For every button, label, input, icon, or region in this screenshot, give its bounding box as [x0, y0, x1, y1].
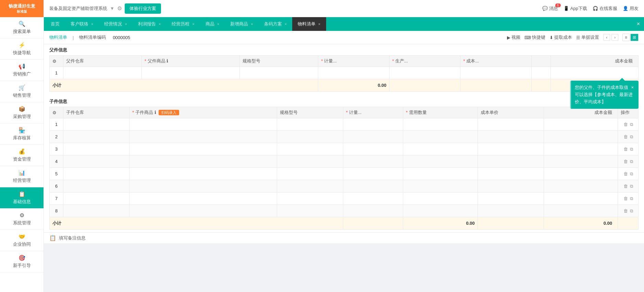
- delete-icon[interactable]: 🗑: [623, 208, 628, 214]
- sidebar-item-inventory[interactable]: 🏪 库存核算: [0, 124, 44, 145]
- view-action[interactable]: ▶ 视频: [507, 34, 520, 40]
- copy-icon[interactable]: ⧉: [630, 171, 633, 177]
- sidebar-item-guide[interactable]: 🎯 新手引导: [0, 251, 44, 272]
- child-unit-cell[interactable]: [343, 143, 403, 155]
- parent-goods-cell[interactable]: [142, 67, 240, 79]
- tab-close-icon[interactable]: ×: [125, 22, 127, 26]
- extract-cost-action[interactable]: ⬇ 提取成本: [549, 34, 572, 40]
- parent-unit-cell[interactable]: [318, 67, 389, 79]
- tab-barcode[interactable]: 条码方案 ×: [259, 17, 292, 31]
- child-unit-cell[interactable]: [343, 155, 403, 168]
- delete-icon[interactable]: 🗑: [623, 171, 628, 177]
- sidebar-item-search[interactable]: 🔍 搜索菜单: [0, 17, 44, 38]
- user-button[interactable]: 👤 用友: [623, 5, 639, 12]
- child-unit-cell[interactable]: [343, 118, 403, 131]
- child-goods-cell[interactable]: [129, 155, 277, 168]
- delete-icon[interactable]: 🗑: [623, 184, 628, 189]
- delete-icon[interactable]: 🗑: [623, 159, 628, 164]
- copy-icon[interactable]: ⧉: [630, 122, 633, 127]
- parent-cost-cell[interactable]: [460, 67, 532, 79]
- child-warehouse-cell[interactable]: [63, 192, 129, 205]
- child-goods-cell[interactable]: [129, 118, 277, 131]
- child-spec-cell[interactable]: [277, 205, 343, 217]
- next-arrow[interactable]: ›: [611, 34, 618, 41]
- th-child-settings[interactable]: ⚙: [50, 107, 63, 118]
- prev-arrow[interactable]: ‹: [603, 34, 610, 41]
- settings-icon[interactable]: ⚙: [117, 5, 122, 12]
- child-unit-cell[interactable]: [343, 192, 403, 205]
- child-goods-cell[interactable]: [129, 192, 277, 205]
- child-goods-cell[interactable]: [129, 143, 277, 155]
- tooltip-close-button[interactable]: ×: [631, 84, 634, 91]
- child-warehouse-cell[interactable]: [63, 131, 129, 143]
- child-qty-cell[interactable]: [403, 168, 478, 180]
- child-unit-cost-cell[interactable]: [478, 118, 544, 131]
- child-goods-cell[interactable]: [129, 131, 277, 143]
- child-unit-cell[interactable]: [343, 168, 403, 180]
- child-spec-cell[interactable]: [277, 143, 343, 155]
- tab-close-icon[interactable]: ×: [192, 22, 194, 26]
- sidebar-item-purchase[interactable]: 📦 采购管理: [0, 102, 44, 124]
- child-warehouse-cell[interactable]: [63, 143, 129, 155]
- copy-icon[interactable]: ⧉: [630, 208, 633, 214]
- tab-close-icon[interactable]: ×: [217, 22, 219, 26]
- child-unit-cost-cell[interactable]: [478, 155, 544, 168]
- child-qty-cell[interactable]: [403, 118, 478, 131]
- trial-button[interactable]: 体验行业方案: [125, 3, 161, 14]
- child-goods-cell[interactable]: [129, 205, 277, 217]
- delete-icon[interactable]: 🗑: [623, 122, 628, 127]
- sidebar-item-collab[interactable]: 🤝 企业协同: [0, 230, 44, 251]
- th-settings[interactable]: ⚙: [50, 56, 63, 67]
- close-all-tabs-button[interactable]: ×: [634, 21, 643, 27]
- child-warehouse-cell[interactable]: [63, 180, 129, 192]
- tab-close-icon[interactable]: ×: [285, 22, 287, 26]
- grid-view-button[interactable]: ⊞: [630, 34, 639, 41]
- tab-goods[interactable]: 商品 ×: [200, 17, 225, 31]
- shortcut-action[interactable]: ⌨ 快捷键: [524, 34, 545, 40]
- sidebar-item-system[interactable]: ⚙ 系统管理: [0, 209, 44, 230]
- child-spec-cell[interactable]: [277, 131, 343, 143]
- child-warehouse-cell[interactable]: [63, 155, 129, 168]
- child-unit-cost-cell[interactable]: [478, 205, 544, 217]
- sidebar-item-quicknav[interactable]: ⚡ 快捷导航: [0, 38, 44, 60]
- tab-close-icon[interactable]: ×: [318, 22, 320, 26]
- child-spec-cell[interactable]: [277, 192, 343, 205]
- tab-close-icon[interactable]: ×: [251, 22, 253, 26]
- scan-button[interactable]: 扫码录入: [159, 110, 179, 115]
- parent-warehouse-cell[interactable]: [63, 67, 142, 79]
- app-download-button[interactable]: 📱 App下载: [564, 5, 587, 12]
- child-warehouse-cell[interactable]: [63, 205, 129, 217]
- tab-operations[interactable]: 经营情况 ×: [99, 17, 132, 31]
- child-unit-cell[interactable]: [343, 205, 403, 217]
- child-warehouse-cell[interactable]: [63, 118, 129, 131]
- child-goods-cell[interactable]: [129, 168, 277, 180]
- sidebar-item-marketing[interactable]: 📢 营销推广: [0, 60, 44, 81]
- delete-icon[interactable]: 🗑: [623, 134, 628, 140]
- child-qty-cell[interactable]: [403, 143, 478, 155]
- tab-history[interactable]: 经营历程 ×: [166, 17, 200, 31]
- online-service-button[interactable]: 🎧 在线客服: [593, 5, 617, 12]
- tab-customer[interactable]: 客户联络 ×: [65, 17, 99, 31]
- child-unit-cost-cell[interactable]: [478, 192, 544, 205]
- sidebar-item-operations[interactable]: 📊 经营管理: [0, 166, 44, 187]
- child-unit-cost-cell[interactable]: [478, 143, 544, 155]
- single-settings-action[interactable]: ☰ 单据设置: [576, 34, 599, 40]
- sidebar-item-sales[interactable]: 🛒 销售管理: [0, 81, 44, 102]
- copy-icon[interactable]: ⧉: [630, 184, 633, 189]
- parent-spec-cell[interactable]: [240, 67, 318, 79]
- child-spec-cell[interactable]: [277, 155, 343, 168]
- message-button[interactable]: 💬 消息 6: [542, 5, 558, 12]
- breadcrumb-title[interactable]: 物料清单: [49, 34, 67, 40]
- child-qty-cell[interactable]: [403, 205, 478, 217]
- copy-icon[interactable]: ⧉: [630, 159, 633, 164]
- tab-bom[interactable]: 物料清单 ×: [292, 17, 326, 31]
- tab-profit[interactable]: 利润报告 ×: [133, 17, 166, 31]
- delete-icon[interactable]: 🗑: [623, 147, 628, 152]
- child-qty-cell[interactable]: [403, 131, 478, 143]
- child-spec-cell[interactable]: [277, 118, 343, 131]
- child-spec-cell[interactable]: [277, 168, 343, 180]
- tab-home[interactable]: 首页: [45, 17, 65, 31]
- child-qty-cell[interactable]: [403, 155, 478, 168]
- child-unit-cost-cell[interactable]: [478, 131, 544, 143]
- child-warehouse-cell[interactable]: [63, 168, 129, 180]
